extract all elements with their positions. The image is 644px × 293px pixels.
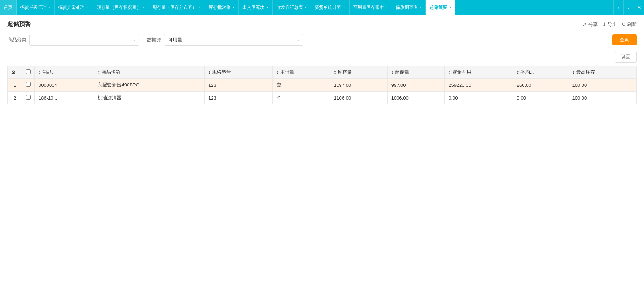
cell-product-name: 机油滤清器 bbox=[94, 92, 205, 104]
export-icon: ⇓ bbox=[602, 22, 606, 27]
select-all-checkbox[interactable] bbox=[26, 69, 31, 74]
datasource-filter: 数据源 可用量 ⌄ bbox=[147, 34, 303, 46]
cell-spec: 123 bbox=[205, 92, 273, 104]
checkbox-header[interactable] bbox=[22, 66, 35, 79]
main-content: 超储预警 ➚ 分享 ⇓ 导出 ↻ 刷新 商品分类 ⌄ 数据源 bbox=[0, 15, 644, 293]
row-number: 2 bbox=[8, 92, 22, 104]
col-over-stock[interactable]: ↕ 超储量 bbox=[387, 66, 445, 79]
cell-unit: 个 bbox=[272, 92, 330, 104]
nav-tab-9[interactable]: 可用量库存账本 × bbox=[350, 0, 392, 15]
table-row: 10000004六配套新昌490BPG123套1097.00997.002592… bbox=[8, 79, 637, 92]
cell-max-stock: 100.00 bbox=[568, 92, 637, 104]
col-max-stock[interactable]: ↕ 最高库存 bbox=[568, 66, 637, 79]
col-capital[interactable]: ↕ 资金占用 bbox=[445, 66, 513, 79]
cell-stock: 1097.00 bbox=[330, 79, 388, 92]
cell-avg: 260.00 bbox=[513, 79, 568, 92]
cell-unit: 套 bbox=[272, 79, 330, 92]
cell-over-stock: 1006.00 bbox=[387, 92, 445, 104]
settings-row: 设置 bbox=[7, 51, 637, 63]
cell-avg: 0.00 bbox=[513, 92, 568, 104]
cell-spec: 123 bbox=[205, 79, 273, 92]
col-product-code[interactable]: ↕ 商品... bbox=[35, 66, 94, 79]
col-product-name[interactable]: ↕ 商品名称 bbox=[94, 66, 205, 79]
datasource-value: 可用量 bbox=[168, 37, 182, 43]
tab-close-icon[interactable]: × bbox=[48, 5, 51, 10]
row-checkbox-input[interactable] bbox=[26, 95, 31, 100]
nav-tab-7[interactable]: 收发存汇总表 × bbox=[273, 0, 311, 15]
nav-tab-3[interactable]: 现存量（库存状况表） × bbox=[93, 0, 149, 15]
settings-button[interactable]: 设置 bbox=[615, 51, 637, 63]
table-row: 2186-10...机油滤清器123个1106.001006.000.000.0… bbox=[8, 92, 637, 104]
cell-product-name: 六配套新昌490BPG bbox=[94, 79, 205, 92]
share-button[interactable]: ➚ 分享 bbox=[583, 21, 598, 28]
tab-close-icon[interactable]: × bbox=[233, 5, 235, 10]
col-unit[interactable]: ↕ 主计量 bbox=[272, 66, 330, 79]
table-header: ⚙ ↕ 商品... ↕ 商品名称 ↕ 规格型号 ↕ 主计量 ↕ bbox=[8, 66, 637, 79]
query-button[interactable]: 查询 bbox=[612, 34, 637, 45]
cell-stock: 1106.00 bbox=[330, 92, 388, 104]
col-avg[interactable]: ↕ 平均... bbox=[513, 66, 568, 79]
refresh-icon: ↻ bbox=[622, 22, 626, 27]
row-checkbox[interactable] bbox=[22, 79, 35, 92]
page-title: 超储预警 bbox=[7, 21, 31, 28]
header-actions: ➚ 分享 ⇓ 导出 ↻ 刷新 bbox=[583, 21, 637, 28]
gear-icon: ⚙ bbox=[11, 70, 16, 75]
cell-product-code: 0000004 bbox=[35, 79, 94, 92]
nav-arrow-right[interactable]: › bbox=[623, 0, 634, 15]
nav-tab-11[interactable]: 超储预警 × bbox=[426, 0, 455, 15]
datasource-select[interactable]: 可用量 ⌄ bbox=[164, 34, 303, 46]
chevron-down-icon: ⌄ bbox=[132, 38, 135, 42]
nav-tab-10[interactable]: 保质期查询 × bbox=[392, 0, 426, 15]
cell-product-code: 186-10... bbox=[35, 92, 94, 104]
refresh-button[interactable]: ↻ 刷新 bbox=[622, 21, 637, 28]
category-filter: 商品分类 ⌄ bbox=[7, 34, 139, 46]
col-spec[interactable]: ↕ 规格型号 bbox=[205, 66, 273, 79]
share-icon: ➚ bbox=[583, 22, 587, 27]
row-number: 1 bbox=[8, 79, 22, 92]
datasource-label: 数据源 bbox=[147, 37, 161, 43]
top-nav-bar: 首页拣货任务管理 ×拣货异常处理 ×现存量（库存状况表） ×现存量（库存分布表）… bbox=[0, 0, 644, 15]
nav-tab-1[interactable]: 拣货任务管理 × bbox=[17, 0, 55, 15]
filter-bar: 商品分类 ⌄ 数据源 可用量 ⌄ 查询 bbox=[7, 34, 637, 46]
nav-tab-4[interactable]: 现存量（库存分布表） × bbox=[149, 0, 205, 15]
cell-over-stock: 997.00 bbox=[387, 79, 445, 92]
row-checkbox[interactable] bbox=[22, 92, 35, 104]
cell-capital: 259220.00 bbox=[445, 79, 513, 92]
nav-tab-5[interactable]: 库存批次账 × bbox=[205, 0, 239, 15]
cell-capital: 0.00 bbox=[445, 92, 513, 104]
nav-tab-8[interactable]: 要货单统计表 × bbox=[311, 0, 349, 15]
tab-close-icon[interactable]: × bbox=[305, 5, 307, 10]
export-button[interactable]: ⇓ 导出 bbox=[602, 21, 617, 28]
nav-tab-2[interactable]: 拣货异常处理 × bbox=[55, 0, 93, 15]
table-body: 10000004六配套新昌490BPG123套1097.00997.002592… bbox=[8, 79, 637, 104]
nav-arrow-left[interactable]: ‹ bbox=[613, 0, 623, 15]
page-header: 超储预警 ➚ 分享 ⇓ 导出 ↻ 刷新 bbox=[7, 21, 637, 28]
tab-close-icon[interactable]: × bbox=[143, 5, 145, 10]
nav-arrow-close[interactable]: ✕ bbox=[634, 0, 644, 15]
nav-arrows: ‹ › ✕ bbox=[613, 0, 644, 15]
filter-actions: 查询 bbox=[612, 34, 637, 45]
tab-close-icon[interactable]: × bbox=[343, 5, 345, 10]
tab-close-icon[interactable]: × bbox=[420, 5, 422, 10]
tab-close-icon[interactable]: × bbox=[449, 5, 451, 10]
cell-max-stock: 100.00 bbox=[568, 79, 637, 92]
tab-close-icon[interactable]: × bbox=[198, 5, 201, 10]
row-checkbox-input[interactable] bbox=[26, 82, 31, 87]
nav-tab-6[interactable]: 出入库流水 × bbox=[239, 0, 272, 15]
gear-header[interactable]: ⚙ bbox=[8, 66, 22, 79]
tab-close-icon[interactable]: × bbox=[87, 5, 89, 10]
tab-close-icon[interactable]: × bbox=[266, 5, 268, 10]
tab-close-icon[interactable]: × bbox=[386, 5, 388, 10]
chevron-down-icon: ⌄ bbox=[296, 38, 299, 42]
data-table: ⚙ ↕ 商品... ↕ 商品名称 ↕ 规格型号 ↕ 主计量 ↕ bbox=[7, 66, 637, 104]
category-label: 商品分类 bbox=[7, 37, 26, 43]
category-select[interactable]: ⌄ bbox=[29, 34, 139, 46]
nav-tab-0[interactable]: 首页 bbox=[0, 0, 17, 15]
col-stock[interactable]: ↕ 库存量 bbox=[330, 66, 388, 79]
